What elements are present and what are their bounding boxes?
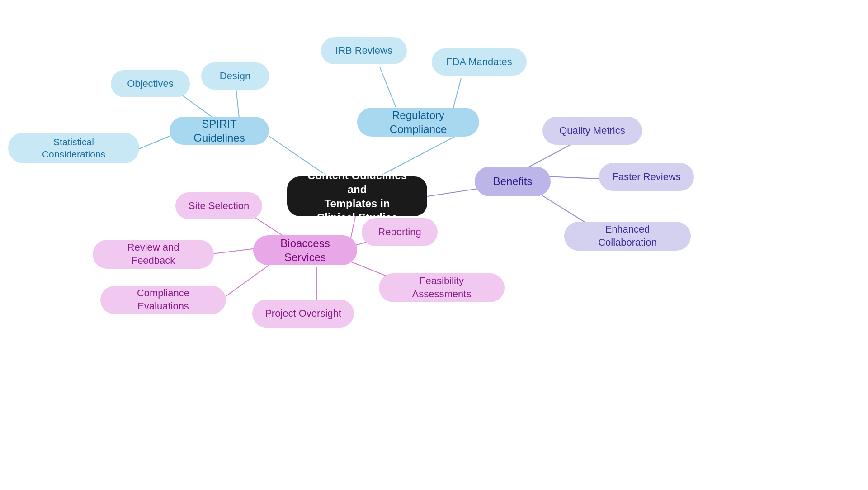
project-oversight-label: Project Oversight: [265, 307, 341, 320]
bioaccess-services-label: Bioaccess Services: [266, 236, 344, 264]
statistical-considerations-node[interactable]: Statistical Considerations: [8, 133, 139, 163]
reporting-node[interactable]: Reporting: [362, 218, 438, 246]
fda-mandates-label: FDA Mandates: [446, 56, 512, 69]
feasibility-assessments-node[interactable]: Feasibility Assessments: [379, 273, 505, 302]
svg-line-6: [452, 78, 461, 112]
enhanced-collaboration-label: Enhanced Collaboration: [577, 223, 678, 249]
project-oversight-node[interactable]: Project Oversight: [252, 300, 354, 328]
svg-line-5: [380, 67, 398, 112]
feasibility-assessments-label: Feasibility Assessments: [392, 275, 492, 300]
compliance-evaluations-node[interactable]: Compliance Evaluations: [100, 286, 226, 314]
irb-reviews-node[interactable]: IRB Reviews: [321, 37, 407, 64]
bioaccess-services-node[interactable]: Bioaccess Services: [253, 235, 357, 265]
site-selection-node[interactable]: Site Selection: [175, 192, 262, 219]
regulatory-compliance-label: Regulatory Compliance: [370, 108, 467, 136]
faster-reviews-label: Faster Reviews: [612, 171, 681, 184]
site-selection-label: Site Selection: [189, 200, 250, 213]
quality-metrics-node[interactable]: Quality Metrics: [542, 117, 642, 145]
design-node[interactable]: Design: [201, 62, 269, 90]
regulatory-compliance-node[interactable]: Regulatory Compliance: [357, 108, 479, 137]
faster-reviews-node[interactable]: Faster Reviews: [599, 163, 694, 191]
irb-reviews-label: IRB Reviews: [335, 44, 392, 57]
benefits-node[interactable]: Benefits: [475, 167, 551, 196]
spirit-guidelines-node[interactable]: SPIRIT Guidelines: [170, 117, 269, 145]
quality-metrics-label: Quality Metrics: [559, 124, 625, 138]
fda-mandates-node[interactable]: FDA Mandates: [432, 48, 527, 76]
review-and-feedback-node[interactable]: Review and Feedback: [93, 240, 214, 269]
enhanced-collaboration-node[interactable]: Enhanced Collaboration: [564, 222, 691, 251]
review-and-feedback-label: Review and Feedback: [105, 241, 201, 267]
compliance-evaluations-label: Compliance Evaluations: [113, 287, 213, 313]
objectives-label: Objectives: [127, 77, 174, 90]
center-node[interactable]: Content Guidelines and Templates in Clin…: [287, 176, 427, 216]
reporting-label: Reporting: [378, 226, 421, 239]
center-label: Content Guidelines and Templates in Clin…: [305, 168, 409, 225]
spirit-guidelines-label: SPIRIT Guidelines: [182, 117, 256, 145]
objectives-node[interactable]: Objectives: [111, 70, 190, 97]
benefits-label: Benefits: [493, 174, 533, 188]
statistical-considerations-label: Statistical Considerations: [21, 136, 127, 161]
design-label: Design: [220, 70, 250, 83]
svg-line-3: [135, 136, 170, 151]
